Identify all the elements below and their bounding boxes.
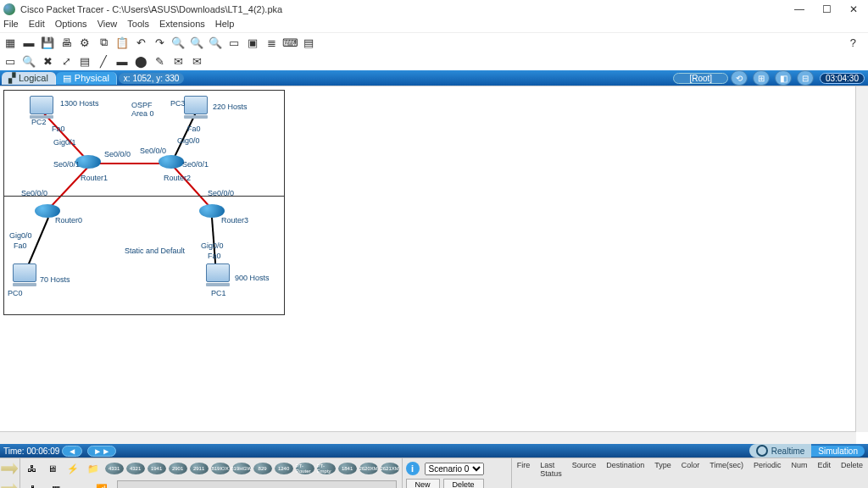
keyboard-icon[interactable]: ⌨ bbox=[283, 36, 297, 49]
nav-btn-3[interactable]: ◧ bbox=[775, 70, 792, 86]
dev-4[interactable]: 2911 bbox=[190, 460, 209, 477]
new-file-icon[interactable]: ▦ bbox=[3, 36, 17, 49]
device-pc3[interactable] bbox=[184, 96, 208, 119]
cat-hubs[interactable]: ▭ bbox=[69, 480, 89, 488]
complex-pdu-tool[interactable] bbox=[1, 483, 18, 488]
device-pc2[interactable] bbox=[30, 96, 53, 119]
tab-logical[interactable]: ▞ Logical bbox=[2, 72, 56, 85]
workspace[interactable]: PC2 1300 Hosts PC3 220 Hosts OSPF Area 0… bbox=[0, 86, 868, 444]
delete-scenario-button[interactable]: Delete bbox=[443, 479, 484, 488]
topology-canvas[interactable]: PC2 1300 Hosts PC3 220 Hosts OSPF Area 0… bbox=[3, 90, 285, 315]
menu-view[interactable]: View bbox=[97, 19, 118, 32]
device-router2[interactable] bbox=[159, 155, 184, 169]
inspect-icon[interactable]: 🔍 bbox=[22, 54, 36, 68]
rect-icon[interactable]: ▬ bbox=[115, 54, 129, 68]
dev-0[interactable]: 4331 bbox=[105, 460, 124, 477]
dev-8[interactable]: 1240 bbox=[275, 460, 293, 477]
screen-icon[interactable]: ▤ bbox=[302, 36, 315, 49]
dev-7[interactable]: 829 bbox=[253, 460, 272, 477]
hdr-color: Color bbox=[682, 461, 700, 488]
delete-icon[interactable]: ✖ bbox=[41, 54, 54, 68]
info-icon[interactable]: i bbox=[406, 462, 420, 475]
resize-icon[interactable]: ⤢ bbox=[59, 54, 73, 68]
redo-icon[interactable]: ↷ bbox=[153, 36, 166, 49]
dialog-icon[interactable]: ▣ bbox=[246, 36, 259, 49]
maximize-button[interactable]: ☐ bbox=[821, 3, 832, 15]
device-pc0[interactable] bbox=[13, 263, 36, 286]
dev-11[interactable]: 1841 bbox=[338, 460, 357, 477]
nav-btn-2[interactable]: ⊞ bbox=[753, 70, 770, 86]
dev-10[interactable]: PT-Empty bbox=[317, 460, 336, 477]
secondary-toolbar: ▭ 🔍 ✖ ⤢ ▤ ╱ ▬ ⬤ ✎ ✉ ✉ bbox=[0, 52, 868, 70]
close-button[interactable]: ✕ bbox=[848, 3, 860, 15]
play-fwd-button[interactable]: ►► bbox=[87, 446, 116, 457]
paste-icon[interactable]: 📋 bbox=[115, 36, 129, 49]
new-scenario-button[interactable]: New bbox=[406, 479, 440, 488]
dev-13[interactable]: 2621XM bbox=[381, 460, 399, 477]
tab-realtime[interactable]: Realtime bbox=[749, 444, 811, 458]
label-gig00-b: Gig0/0 bbox=[9, 231, 32, 240]
palette-scrollbar[interactable] bbox=[117, 480, 397, 488]
cat-connections[interactable]: 📁 bbox=[84, 460, 102, 477]
line-icon[interactable]: ╱ bbox=[97, 54, 110, 68]
dev-12[interactable]: 2620XM bbox=[359, 460, 378, 477]
label-fa0-a: Fa0 bbox=[52, 125, 65, 133]
nav-btn-4[interactable]: ⊟ bbox=[797, 70, 814, 86]
cat-end[interactable]: 🖥 bbox=[43, 460, 61, 477]
dev-1[interactable]: 4321 bbox=[126, 460, 145, 477]
open-icon[interactable]: ▬ bbox=[22, 36, 36, 49]
scenario-select[interactable]: Scenario 0 bbox=[425, 463, 484, 475]
cat-wireless[interactable]: 📶 bbox=[92, 480, 112, 488]
menu-file[interactable]: File bbox=[3, 19, 19, 32]
simple-pdu-tool[interactable] bbox=[1, 463, 18, 474]
dev-2[interactable]: 1941 bbox=[147, 460, 166, 477]
label-se001-a: Se0/0/1 bbox=[53, 160, 80, 169]
undo-icon[interactable]: ↶ bbox=[134, 36, 147, 49]
dev-5[interactable]: 819IOX bbox=[211, 460, 230, 477]
menu-options[interactable]: Options bbox=[55, 19, 87, 32]
horizontal-scrollbar[interactable] bbox=[0, 431, 856, 444]
dev-9[interactable]: PT-Router bbox=[296, 460, 314, 477]
complex-pdu-icon[interactable]: ✉ bbox=[190, 54, 203, 68]
label-fa0-d: Fa0 bbox=[208, 252, 221, 260]
save-icon[interactable]: 💾 bbox=[41, 36, 54, 49]
label-pc1-hosts: 900 Hosts bbox=[235, 274, 270, 282]
menu-tools[interactable]: Tools bbox=[127, 19, 149, 32]
cat-routers[interactable]: 🖧 bbox=[23, 480, 43, 488]
note-icon[interactable]: ▤ bbox=[78, 54, 92, 68]
tab-simulation[interactable]: Simulation bbox=[811, 446, 865, 457]
cat-network[interactable]: 🖧 bbox=[23, 460, 41, 477]
app-icon bbox=[3, 3, 15, 15]
svg-line-1 bbox=[174, 113, 196, 158]
zoom-out-icon[interactable]: 🔍 bbox=[209, 36, 222, 49]
hdr-timesec: Time(sec) bbox=[709, 461, 743, 488]
minimize-button[interactable]: — bbox=[793, 3, 805, 15]
pencil-icon[interactable]: ✎ bbox=[153, 54, 166, 68]
notes-icon[interactable]: ≣ bbox=[264, 36, 278, 49]
zoom-reset-icon[interactable]: 🔍 bbox=[190, 36, 203, 49]
hdr-laststatus: Last Status bbox=[540, 461, 562, 488]
cat-switches[interactable]: ▦ bbox=[46, 480, 66, 488]
help-icon[interactable]: ? bbox=[850, 36, 856, 49]
select-icon[interactable]: ▭ bbox=[3, 54, 17, 68]
menu-edit[interactable]: Edit bbox=[29, 19, 45, 32]
ellipse-icon[interactable]: ⬤ bbox=[134, 54, 147, 68]
label-router1: Router1 bbox=[81, 174, 108, 182]
dev-6[interactable]: 819HGW bbox=[232, 460, 251, 477]
menu-extensions[interactable]: Extensions bbox=[159, 19, 205, 32]
wizard-icon[interactable]: ⚙ bbox=[78, 36, 92, 49]
vertical-scrollbar[interactable] bbox=[855, 86, 868, 432]
play-back-button[interactable]: ◄ bbox=[62, 446, 82, 457]
menu-help[interactable]: Help bbox=[215, 19, 235, 32]
root-nav[interactable]: [Root] bbox=[673, 73, 728, 84]
nav-btn-1[interactable]: ⟲ bbox=[731, 70, 748, 86]
dev-3[interactable]: 2901 bbox=[169, 460, 187, 477]
cat-components[interactable]: ⚡ bbox=[64, 460, 81, 477]
copy-icon[interactable]: ⧉ bbox=[97, 36, 110, 49]
device-pc1[interactable] bbox=[206, 263, 230, 286]
print-icon[interactable]: 🖶 bbox=[59, 36, 73, 49]
simple-pdu-icon[interactable]: ✉ bbox=[171, 54, 185, 68]
palette-icon[interactable]: ▭ bbox=[227, 36, 241, 49]
zoom-in-icon[interactable]: 🔍 bbox=[171, 36, 185, 49]
tab-physical[interactable]: ▤ Physical bbox=[56, 72, 117, 85]
